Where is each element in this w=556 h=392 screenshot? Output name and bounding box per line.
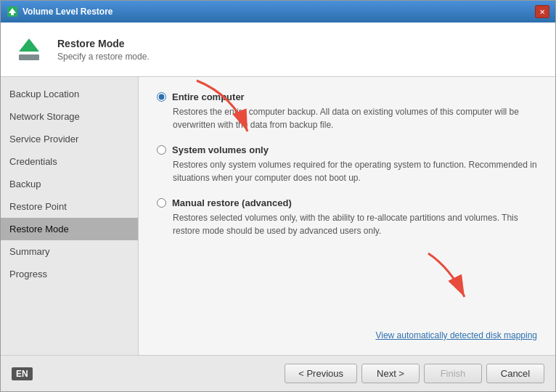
sidebar-item-network-storage[interactable]: Network Storage xyxy=(1,105,138,128)
header-text: Restore Mode Specify a restore mode. xyxy=(57,38,150,62)
footer-buttons: < Previous Next > Finish Cancel xyxy=(285,364,544,383)
sidebar-item-restore-mode[interactable]: Restore Mode xyxy=(1,218,138,240)
radio-manual-restore[interactable] xyxy=(157,198,166,208)
option-header-system: System volumes only xyxy=(157,144,537,155)
sidebar-item-restore-point[interactable]: Restore Point xyxy=(1,195,138,218)
option-item-entire-computer: Entire computer Restores the entire comp… xyxy=(157,91,537,131)
sidebar: Backup Location Network Storage Service … xyxy=(1,77,139,355)
bottom-link-container: View automatically detected disk mapping xyxy=(157,237,537,340)
header-icon xyxy=(12,32,46,67)
detect-link[interactable]: View automatically detected disk mapping xyxy=(375,330,537,340)
window-title: Volume Level Restore xyxy=(23,7,113,17)
option-desc-manual: Restores selected volumes only, with the… xyxy=(173,211,537,237)
option-group: Entire computer Restores the entire comp… xyxy=(157,91,537,237)
locale-indicator: EN xyxy=(12,367,33,380)
title-bar-left: Volume Level Restore xyxy=(7,6,113,17)
sidebar-item-service-provider[interactable]: Service Provider xyxy=(1,128,138,150)
sidebar-item-backup[interactable]: Backup xyxy=(1,173,138,195)
next-button[interactable]: Next > xyxy=(361,364,420,383)
previous-button[interactable]: < Previous xyxy=(285,364,357,383)
sidebar-item-summary[interactable]: Summary xyxy=(1,240,138,263)
radio-system-volumes[interactable] xyxy=(157,145,166,155)
sidebar-item-backup-location[interactable]: Backup Location xyxy=(1,83,138,105)
header-subtitle: Specify a restore mode. xyxy=(57,52,150,62)
option-item-system-volumes: System volumes only Restores only system… xyxy=(157,144,537,184)
sidebar-item-credentials[interactable]: Credentials xyxy=(1,150,138,173)
arrow-up-icon xyxy=(19,38,39,52)
close-button[interactable]: ✕ xyxy=(535,5,549,18)
option-label-entire[interactable]: Entire computer xyxy=(172,91,245,102)
header-area: Restore Mode Specify a restore mode. xyxy=(1,23,555,77)
header-title: Restore Mode xyxy=(57,38,150,49)
window-icon xyxy=(7,6,18,17)
option-desc-system: Restores only system volumes required fo… xyxy=(173,158,537,184)
svg-rect-2 xyxy=(11,13,14,15)
option-label-manual[interactable]: Manual restore (advanced) xyxy=(172,197,292,208)
header-bar-icon xyxy=(19,54,39,60)
option-header-manual: Manual restore (advanced) xyxy=(157,197,537,208)
option-item-manual-restore: Manual restore (advanced) Restores selec… xyxy=(157,197,537,237)
main-content: Backup Location Network Storage Service … xyxy=(1,77,555,355)
option-desc-entire: Restores the entire computer backup. All… xyxy=(173,105,537,131)
footer: EN < Previous Next > Finish Cancel xyxy=(1,355,555,391)
main-window: Volume Level Restore ✕ Restore Mode Spec… xyxy=(0,0,556,392)
cancel-button[interactable]: Cancel xyxy=(486,364,544,383)
title-bar: Volume Level Restore ✕ xyxy=(1,1,555,23)
title-bar-controls: ✕ xyxy=(535,5,549,18)
option-header-entire: Entire computer xyxy=(157,91,537,102)
arrow-annotation-2 xyxy=(392,246,494,319)
radio-entire-computer[interactable] xyxy=(157,92,166,102)
content-area: Entire computer Restores the entire comp… xyxy=(139,77,555,355)
sidebar-item-progress[interactable]: Progress xyxy=(1,263,138,285)
finish-button[interactable]: Finish xyxy=(424,364,482,383)
option-label-system[interactable]: System volumes only xyxy=(172,144,269,155)
